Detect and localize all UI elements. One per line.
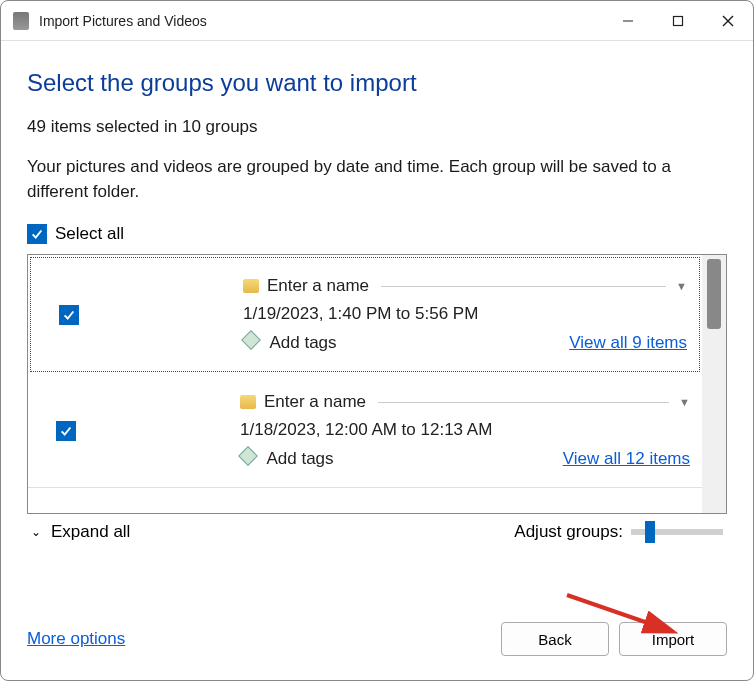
page-heading: Select the groups you want to import xyxy=(27,69,727,97)
close-button[interactable] xyxy=(703,1,753,41)
content-area: Select the groups you want to import 49 … xyxy=(1,41,753,604)
select-all-label: Select all xyxy=(55,224,124,244)
folder-icon xyxy=(243,279,259,293)
adjust-groups-slider[interactable] xyxy=(631,529,723,535)
window-controls xyxy=(603,1,753,41)
tag-icon xyxy=(243,332,259,348)
group-checkbox[interactable] xyxy=(56,421,76,441)
bottom-bar: More options Back Import xyxy=(1,604,753,680)
select-all-row: Select all xyxy=(27,224,727,244)
folder-icon xyxy=(240,395,256,409)
slider-thumb[interactable] xyxy=(645,521,655,543)
group-date-range: 1/18/2023, 12:00 AM to 12:13 AM xyxy=(240,420,690,440)
group-name-input[interactable]: Enter a name xyxy=(267,276,369,296)
group-date-range: 1/19/2023, 1:40 PM to 5:56 PM xyxy=(243,304,687,324)
expand-all-label: Expand all xyxy=(51,522,130,542)
adjust-groups-label: Adjust groups: xyxy=(514,522,623,542)
view-all-link[interactable]: View all 12 items xyxy=(563,449,690,469)
view-all-link[interactable]: View all 9 items xyxy=(569,333,687,353)
scrollbar-thumb[interactable] xyxy=(707,259,721,329)
import-button[interactable]: Import xyxy=(619,622,727,656)
selection-summary: 49 items selected in 10 groups xyxy=(27,117,727,137)
more-options-link[interactable]: More options xyxy=(27,629,125,649)
expand-all-toggle[interactable]: ⌄ Expand all xyxy=(31,522,130,542)
titlebar: Import Pictures and Videos xyxy=(1,1,753,41)
chevron-down-icon[interactable]: ▼ xyxy=(679,396,690,408)
groups-list: Enter a name ▼ 1/19/2023, 1:40 PM to 5:5… xyxy=(28,255,702,513)
minimize-button[interactable] xyxy=(603,1,653,41)
tag-icon xyxy=(240,448,256,464)
description-text: Your pictures and videos are grouped by … xyxy=(27,155,727,204)
group-checkbox[interactable] xyxy=(59,305,79,325)
scrollbar[interactable] xyxy=(702,255,726,513)
group-name-input[interactable]: Enter a name xyxy=(264,392,366,412)
back-button[interactable]: Back xyxy=(501,622,609,656)
add-tags-field[interactable]: Add tags xyxy=(243,332,337,353)
add-tags-field[interactable]: Add tags xyxy=(240,448,334,469)
group-row[interactable]: Enter a name ▼ 1/18/2023, 12:00 AM to 12… xyxy=(28,374,702,488)
svg-rect-1 xyxy=(674,16,683,25)
footer-row: ⌄ Expand all Adjust groups: xyxy=(27,514,727,550)
divider xyxy=(378,402,669,403)
app-icon xyxy=(13,12,29,30)
chevron-down-icon: ⌄ xyxy=(31,525,41,539)
group-row[interactable]: Enter a name ▼ 1/19/2023, 1:40 PM to 5:5… xyxy=(30,257,700,372)
groups-panel: Enter a name ▼ 1/19/2023, 1:40 PM to 5:5… xyxy=(27,254,727,514)
maximize-button[interactable] xyxy=(653,1,703,41)
chevron-down-icon[interactable]: ▼ xyxy=(676,280,687,292)
select-all-checkbox[interactable] xyxy=(27,224,47,244)
window-title: Import Pictures and Videos xyxy=(39,13,603,29)
divider xyxy=(381,286,666,287)
